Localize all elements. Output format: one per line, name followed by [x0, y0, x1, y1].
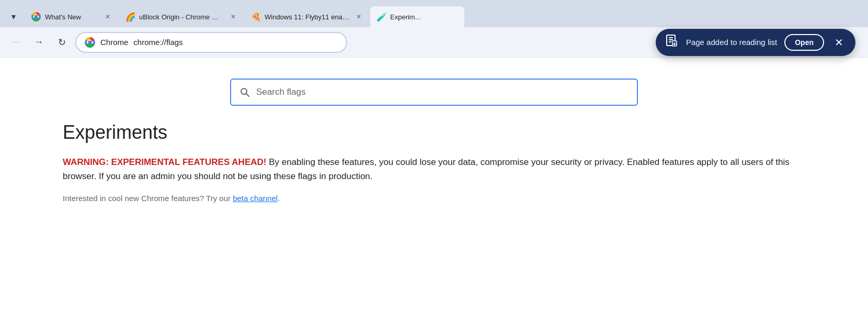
warning-prefix: WARNING: EXPERIMENTAL FEATURES AHEAD! [63, 157, 266, 167]
chrome-favicon-icon [31, 12, 41, 21]
toast-close-button[interactable]: ✕ [831, 35, 846, 50]
forward-button[interactable]: → [29, 33, 48, 52]
reading-list-icon [665, 34, 679, 51]
tab-experiments[interactable]: 🧪 Experim... [370, 6, 464, 27]
page-title: Experiments [63, 121, 805, 143]
address-bar[interactable]: Chrome chrome://flags [75, 32, 347, 53]
tab-title: uBlock Origin - Chrome Web St... [139, 13, 224, 21]
forward-icon: → [34, 37, 43, 48]
interested-suffix: . [278, 194, 280, 203]
tab-ublock[interactable]: 🌈 uBlock Origin - Chrome Web St... ✕ [119, 6, 245, 27]
ublock-favicon-icon: 🌈 [125, 12, 135, 21]
beta-channel-link[interactable]: beta channel [233, 194, 278, 203]
back-button[interactable]: ← [6, 33, 25, 52]
search-input[interactable] [256, 87, 629, 97]
tab-title: What's New [45, 13, 98, 21]
tab-close-button[interactable]: ✕ [102, 12, 113, 22]
refresh-button[interactable]: ↻ [52, 33, 71, 52]
tab-close-button[interactable]: ✕ [228, 12, 238, 22]
search-area [0, 79, 868, 106]
tab-close-button[interactable]: ✕ [353, 12, 364, 22]
toast-message: Page added to reading list [686, 38, 777, 47]
dropdown-icon: ▼ [10, 13, 17, 21]
refresh-icon: ↻ [58, 37, 66, 48]
toolbar: ← → ↻ Chrome chrome://flags [0, 27, 868, 58]
search-box[interactable] [230, 79, 638, 106]
svg-line-14 [246, 94, 249, 97]
site-name: Chrome [100, 38, 128, 47]
reading-list-toast: Page added to reading list Open ✕ [656, 29, 855, 56]
windows11-favicon-icon: 🍕 [251, 12, 260, 21]
tab-title: Windows 11: Flyby11 enables u... [265, 13, 349, 21]
tab-bar: ▼ What's New ✕ 🌈 uBlock Origin - Chrome … [0, 0, 868, 27]
site-favicon-icon [85, 37, 95, 48]
search-icon [239, 87, 250, 97]
toast-open-button[interactable]: Open [784, 34, 824, 51]
interested-paragraph: Interested in cool new Chrome features? … [63, 194, 805, 203]
back-icon: ← [11, 37, 20, 48]
warning-paragraph: WARNING: EXPERIMENTAL FEATURES AHEAD! By… [63, 155, 805, 183]
tab-title: Experim... [390, 13, 458, 21]
interested-prefix: Interested in cool new Chrome features? … [63, 194, 233, 203]
main-content: Experiments WARNING: EXPERIMENTAL FEATUR… [0, 121, 868, 203]
flask-favicon-icon: 🧪 [376, 12, 386, 21]
tab-windows11[interactable]: 🍕 Windows 11: Flyby11 enables u... ✕ [245, 6, 370, 27]
tab-whats-new[interactable]: What's New ✕ [25, 6, 119, 27]
page-content: Experiments WARNING: EXPERIMENTAL FEATUR… [0, 58, 868, 332]
tab-dropdown-button[interactable]: ▼ [4, 7, 23, 26]
address-text: chrome://flags [133, 38, 182, 47]
